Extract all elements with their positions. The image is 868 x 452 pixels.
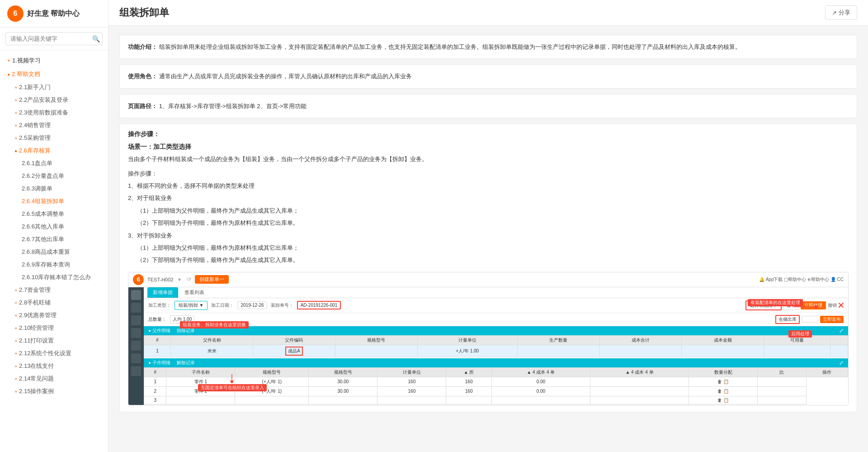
sidebar-item-2-6-3[interactable]: 2.6.3调拨单 bbox=[0, 182, 108, 195]
step-3-b: （2）下部明细为子件明细，最终作为产成品生成其它入库单。 bbox=[128, 255, 849, 265]
sidebar-item-2-1[interactable]: + 2.1新手入门 bbox=[0, 81, 108, 94]
sim-main-content: 新增单据 查看列表 加工类型： 组装/拆卸 ▼ 加工日期： 2019-12-26… bbox=[144, 287, 848, 405]
logo-title: 好生意 帮助中心 bbox=[27, 9, 80, 19]
search-input[interactable] bbox=[5, 32, 103, 45]
sim-sub-form: 总数量： 人均 1.00 组装业务、拆卸业务在这里切换 仓储出库 立即发布 bbox=[144, 313, 848, 326]
sidebar-item-2-13[interactable]: + 2.13在线支付 bbox=[0, 360, 108, 372]
sim-count-label: 总数量： bbox=[148, 316, 166, 323]
sim-nav-icon-2 bbox=[131, 303, 141, 313]
path-text: 1、库存核算->库存管理->组装拆卸单 2、首页->常用功能 bbox=[159, 103, 307, 109]
sim-expand-icon-2: ⤢ bbox=[839, 360, 844, 366]
intro-label: 功能介绍： bbox=[128, 43, 157, 50]
sidebar-item-2-9[interactable]: + 2.9优惠券管理 bbox=[0, 309, 108, 322]
sidebar-item-2-12[interactable]: + 2.12系统个性化设置 bbox=[0, 347, 108, 360]
topbar: 组装拆卸单 ↗ 分享 bbox=[108, 0, 868, 26]
role-text: 通常由生产人员或库管人员完成拆装业务的操作，库管人员确认原材料的出库和产成品的入… bbox=[159, 73, 412, 80]
annotation-1: 有装配清单的在这里处理 bbox=[748, 299, 803, 306]
sidebar-header: 6 好生意 帮助中心 bbox=[0, 0, 108, 28]
annotation-2: 组装业务、拆卸业务在这里切换 bbox=[180, 321, 249, 328]
sidebar-item-2-6[interactable]: ● 2.6库存核算 bbox=[0, 144, 108, 157]
sidebar-item-video[interactable]: + 1.视频学习 bbox=[0, 54, 108, 67]
step-3-a: （1）上部明细为父件明细，最终作为原材料生成其它出库单； bbox=[128, 243, 849, 253]
sim-nav-icon-6 bbox=[131, 353, 141, 363]
sim-date-label: 加工日期： bbox=[211, 302, 234, 309]
step-3: 3、对于拆卸业务 bbox=[128, 230, 849, 241]
sim-screenshot: 6 TEST-H002 ▼ ⟳ 创建新单一 🔔 App下载 ▢帮助中心 ⊕帮助中… bbox=[128, 272, 848, 405]
content-area: 功能介绍： 组装拆卸单用来处理企业组装或拆卸等加工业务，支持有固定装配清单的产品… bbox=[108, 26, 868, 452]
sim-refresh-icon: ⟳ bbox=[187, 276, 191, 282]
sim-tabs: 新增单据 查看列表 bbox=[144, 287, 848, 298]
sim-icons-area: 🔔 App下载 ▢帮助中心 ⊕帮助中心 👤 CC bbox=[759, 276, 844, 283]
sidebar-item-2-7[interactable]: + 2.7资金管理 bbox=[0, 284, 108, 296]
scene1-title: 场景一：加工类型选择 bbox=[128, 143, 849, 151]
sim-nav-icon-5 bbox=[131, 341, 141, 351]
sim-left-nav bbox=[128, 287, 144, 405]
sim-lower-section: ● 子件明细 解散记录 ⤢ bbox=[144, 358, 848, 367]
sim-more-actions: 撤销 ❌ bbox=[828, 302, 844, 309]
plus-icon: + bbox=[7, 57, 10, 64]
sim-confirm-btn: 立即发布 bbox=[820, 316, 844, 323]
role-label: 使用角色： bbox=[128, 73, 157, 80]
scene1-steps-title: 操作步骤： bbox=[128, 168, 849, 179]
sim-nav-icon-3 bbox=[131, 315, 141, 325]
sim-logo: 6 bbox=[133, 274, 144, 285]
sidebar-item-2-10[interactable]: + 2.10经营管理 bbox=[0, 322, 108, 334]
sim-warehouse-select: 仓储出库 bbox=[775, 315, 800, 324]
path-block: 页面路径： 1、库存核算->库存管理->组装拆卸单 2、首页->常用功能 bbox=[119, 94, 857, 118]
sim-date-field: 2019-12-26 bbox=[237, 301, 267, 309]
sidebar-item-2-6-10[interactable]: 2.6.10库存账本错了怎么办 bbox=[0, 271, 108, 284]
sim-table-row-upper: 1 米米 成品A +人/年 1.00 bbox=[144, 345, 848, 357]
sim-serial-label: 装卸单号： bbox=[271, 302, 293, 309]
sim-right-sub: 仓储出库 立即发布 bbox=[775, 315, 844, 324]
sim-expand-icon: ⤢ bbox=[839, 328, 844, 334]
sim-nav-icon-1 bbox=[131, 290, 141, 300]
sim-upper-table: # 父件名称 父件编码 规格型号 计量单位 生产数量 成本合计 成本金额 可用量 bbox=[144, 335, 848, 357]
sidebar-item-2-5[interactable]: + 2.5采购管理 bbox=[0, 132, 108, 144]
sim-type-select: 组装/拆卸 ▼ bbox=[175, 301, 208, 310]
intro-text: 组装拆卸单用来处理企业组装或拆卸等加工业务，支持有固定装配清单的产品加工业务，也… bbox=[159, 43, 741, 50]
sidebar-item-2-6-9[interactable]: 2.6.9库存账本查询 bbox=[0, 258, 108, 271]
path-label: 页面路径： bbox=[128, 103, 157, 109]
sim-table-row-lower-4: 4🗑 📋 bbox=[144, 404, 848, 405]
search-button[interactable]: 🔍 bbox=[92, 35, 100, 43]
sidebar-item-2-3[interactable]: + 2.3使用前数据准备 bbox=[0, 106, 108, 119]
sim-nav-icon-7 bbox=[131, 366, 141, 376]
sidebar-item-2-6-2[interactable]: 2.6.2分量盘点单 bbox=[0, 170, 108, 182]
role-block: 使用角色： 通常由生产人员或库管人员完成拆装业务的操作，库管人员确认原材料的出库… bbox=[119, 64, 857, 88]
sidebar-item-2-8[interactable]: + 2.8手机旺铺 bbox=[0, 296, 108, 309]
sidebar-item-2-4[interactable]: + 2.4销售管理 bbox=[0, 119, 108, 132]
main-content-area: 组装拆卸单 ↗ 分享 功能介绍： 组装拆卸单用来处理企业组装或拆卸等加工业务，支… bbox=[108, 0, 868, 452]
sim-dropdown-icon: ▼ bbox=[177, 277, 182, 282]
sidebar-item-2-6-5[interactable]: 2.6.5成本调整单 bbox=[0, 208, 108, 220]
sidebar-item-help-docs[interactable]: ● 2.帮助文档 bbox=[0, 67, 108, 81]
sidebar-item-2-15[interactable]: + 2.15操作案例 bbox=[0, 385, 108, 398]
sidebar-item-2-2[interactable]: + 2.2产品安装及登录 bbox=[0, 94, 108, 106]
sidebar-item-2-11[interactable]: + 2.11打印设置 bbox=[0, 334, 108, 347]
sim-tab-list: 查看列表 bbox=[180, 287, 209, 298]
sidebar-item-2-6-6[interactable]: 2.6.6其他入库单 bbox=[0, 220, 108, 233]
logo-icon: 6 bbox=[7, 5, 24, 22]
scene1-desc: 当由多个子件材料组装成一个成品的业务为【组装】业务，当由一个父件拆分成多个子产品… bbox=[128, 154, 849, 164]
step-2-a: （1）上部明细为父件明细，最终作为产成品生成其它入库单； bbox=[128, 205, 849, 216]
sidebar-item-2-6-4[interactable]: 2.6.4组装拆卸单 bbox=[0, 195, 108, 208]
sim-upper-section: ● 父件明细 拆除记录 ⤢ bbox=[144, 326, 848, 335]
step-2-b: （2）下部明细为子件明细，最终作为原材料生成其它出库单。 bbox=[128, 218, 849, 228]
sim-form-header: 加工类型： 组装/拆卸 ▼ 加工日期： 2019-12-26 装卸单号： AD-… bbox=[144, 298, 848, 313]
sidebar-item-2-6-7[interactable]: 2.6.7其他出库单 bbox=[0, 233, 108, 246]
sim-create-btn: 创建新单一 bbox=[195, 275, 229, 284]
sidebar-item-2-6-1[interactable]: 2.6.1盘点单 bbox=[0, 157, 108, 170]
share-button[interactable]: ↗ 分享 bbox=[825, 5, 857, 20]
sim-nav-icon-4 bbox=[131, 328, 141, 338]
sim-body: 新增单据 查看列表 加工类型： 组装/拆卸 ▼ 加工日期： 2019-12-26… bbox=[128, 287, 848, 405]
step-2: 2、对于组装业务 bbox=[128, 193, 849, 203]
operations-title: 操作步骤： bbox=[128, 130, 849, 138]
sidebar-item-2-14[interactable]: + 2.14常见问题 bbox=[0, 372, 108, 385]
share-icon: ↗ bbox=[832, 10, 837, 16]
sim-warehouse-field bbox=[802, 316, 818, 323]
nav-tree: + 1.视频学习 ● 2.帮助文档 + 2.1新手入门 + 2.2产品安装及登录… bbox=[0, 50, 108, 452]
sidebar-item-2-6-8[interactable]: 2.6.8商品成本重算 bbox=[0, 246, 108, 258]
page-title: 组装拆卸单 bbox=[119, 6, 169, 19]
sim-tab-active: 新增单据 bbox=[147, 287, 178, 298]
circle-icon: ● bbox=[7, 72, 10, 77]
sidebar: 6 好生意 帮助中心 🔍 + 1.视频学习 ● 2.帮助文档 + 2.1新手入门… bbox=[0, 0, 108, 452]
